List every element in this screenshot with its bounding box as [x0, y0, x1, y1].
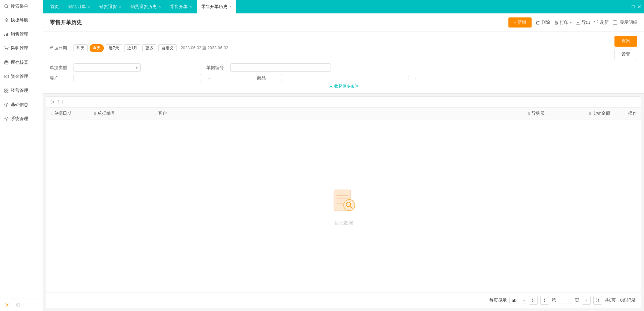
- tab-retail-open-close[interactable]: ×: [190, 5, 192, 9]
- print-button[interactable]: 打印 ▾: [554, 19, 572, 25]
- date-btn-more[interactable]: 更多: [142, 44, 156, 52]
- svg-point-8: [7, 50, 8, 50]
- date-btn-yesterday[interactable]: 昨天: [73, 44, 88, 52]
- svg-rect-15: [5, 91, 6, 92]
- per-page-select[interactable]: 10 20 50 100: [509, 297, 526, 304]
- th-amount-sort[interactable]: ⇅: [589, 112, 591, 115]
- table-settings-icon[interactable]: [50, 99, 55, 105]
- tab-retail-open[interactable]: 零售开单 ×: [165, 0, 196, 13]
- tab-sales-return-close[interactable]: ×: [119, 5, 121, 9]
- tab-sales-return-history-close[interactable]: ×: [159, 5, 161, 9]
- sys-icon: [4, 116, 9, 121]
- tab-retail-open-label: 零售开单: [170, 4, 188, 10]
- date-btn-1month[interactable]: 近1月: [124, 44, 141, 52]
- display-button[interactable]: 显示明细: [613, 19, 637, 25]
- settings-icon[interactable]: [4, 302, 9, 308]
- goods-dots[interactable]: ···: [415, 75, 419, 81]
- sidebar-item-finance[interactable]: 资金管理: [0, 69, 43, 84]
- th-date-sort[interactable]: ⇅: [50, 112, 53, 115]
- svg-point-7: [6, 50, 6, 50]
- sidebar: 搜索采单 快捷导航 销售管理 采购管理: [0, 0, 43, 311]
- refresh-button[interactable]: 刷新: [594, 19, 609, 25]
- maximize-btn[interactable]: □: [632, 4, 635, 9]
- tab-bar: 首页 销售订单 × 销货退货 × 销货退货历史 × 零售开单 × 零售开单历史 …: [43, 0, 644, 13]
- page-word: 第: [552, 297, 556, 303]
- header-actions: + 新增 删除: [508, 17, 637, 28]
- tab-retail-open-history[interactable]: 零售开单历史 ×: [197, 0, 236, 13]
- th-customer-sort[interactable]: ⇅: [154, 112, 157, 115]
- customer-label: 客户: [50, 75, 68, 81]
- svg-rect-23: [536, 22, 539, 24]
- svg-rect-14: [7, 89, 8, 90]
- sidebar-item-ops[interactable]: 经营管理: [0, 84, 43, 98]
- delete-button[interactable]: 删除: [536, 19, 550, 25]
- date-btn-7days[interactable]: 近7天: [106, 44, 122, 52]
- empty-text: 暂无数据: [334, 220, 353, 226]
- date-btn-group: 昨天 今天 近7天 近1月 更多 自定义 2023-06-02 至 2023-0…: [73, 44, 228, 52]
- last-page-btn[interactable]: ⟩⟩: [593, 296, 602, 305]
- num-input[interactable]: [230, 63, 331, 72]
- next-page-btn[interactable]: ⟩: [582, 296, 591, 305]
- date-btn-today[interactable]: 今天: [90, 44, 104, 52]
- add-button[interactable]: + 新增: [508, 17, 532, 28]
- close-btn[interactable]: ✕: [637, 4, 641, 9]
- tab-sales-return-history[interactable]: 销货退货历史 ×: [126, 0, 165, 13]
- date-btn-custom[interactable]: 自定义: [158, 44, 177, 52]
- th-num-sort[interactable]: ⇅: [94, 112, 96, 115]
- th-amount-label: 实销金额: [593, 110, 610, 116]
- page-unit: 页: [575, 297, 579, 303]
- sidebar-label-ops: 经营管理: [11, 88, 28, 94]
- filter-row-1: 单据日期 昨天 今天 近7天 近1月 更多 自定义 2023-06-02 至 2…: [50, 36, 637, 60]
- customer-input[interactable]: [73, 74, 201, 82]
- collapse-bar[interactable]: 收起更多条件: [50, 82, 637, 89]
- minimize-btn[interactable]: －: [624, 3, 629, 10]
- sidebar-item-purchase-mgmt[interactable]: 采购管理: [0, 41, 43, 55]
- sidebar-label-finance: 资金管理: [11, 73, 28, 80]
- svg-rect-11: [4, 75, 8, 78]
- sidebar-item-sys-mgmt[interactable]: 系统管理: [0, 112, 43, 126]
- empty-illustration: [327, 186, 360, 216]
- goods-input[interactable]: [281, 74, 408, 82]
- svg-point-0: [5, 5, 8, 8]
- table-area: ⇅ 单据日期 ⇅ 单据编号 ⇅ 客户 ⇅ 导购员 ⇅ 实销金额: [46, 96, 641, 308]
- svg-rect-6: [7, 33, 8, 36]
- customer-dots[interactable]: ···: [208, 75, 211, 81]
- collapse-sidebar-icon[interactable]: [15, 302, 20, 308]
- svg-rect-29: [555, 23, 557, 23]
- query-button[interactable]: 查询: [614, 36, 637, 47]
- svg-point-21: [6, 304, 8, 306]
- tab-home[interactable]: 首页: [46, 0, 64, 13]
- export-label: 导出: [582, 19, 590, 25]
- print-icon: [554, 20, 558, 25]
- table-header: ⇅ 单据日期 ⇅ 单据编号 ⇅ 客户 ⇅ 导购员 ⇅ 实销金额: [46, 108, 641, 119]
- filter-row-customer: 客户 ··· 商品 ···: [50, 74, 637, 82]
- tab-retail-open-history-close[interactable]: ×: [230, 5, 232, 9]
- home-icon: [4, 18, 9, 22]
- th-guide-sort[interactable]: ⇅: [528, 112, 530, 115]
- sidebar-item-basic-info[interactable]: 基础信息: [0, 98, 43, 112]
- sidebar-search[interactable]: 搜索采单: [0, 0, 43, 13]
- sidebar-item-sales-mgmt[interactable]: 销售管理: [0, 27, 43, 41]
- sidebar-item-inventory[interactable]: 库存核算: [0, 55, 43, 69]
- display-checkbox[interactable]: [613, 20, 617, 25]
- collapse-label: 收起更多条件: [334, 84, 358, 89]
- first-page-btn[interactable]: ⟨⟨: [529, 296, 538, 305]
- empty-state: 暂无数据: [46, 119, 641, 292]
- tab-retail-open-history-label: 零售开单历史: [201, 4, 228, 10]
- tab-sales-order-close[interactable]: ×: [88, 5, 90, 9]
- select-all-checkbox[interactable]: [58, 100, 62, 104]
- prev-page-btn[interactable]: ⟨: [540, 296, 549, 305]
- set-button[interactable]: 设置: [614, 49, 637, 60]
- box-icon: [4, 60, 9, 65]
- tab-sales-return[interactable]: 销货退货 ×: [95, 0, 126, 13]
- svg-point-36: [344, 199, 355, 210]
- export-button[interactable]: 导出: [576, 19, 590, 25]
- tab-sales-order[interactable]: 销售订单 ×: [64, 0, 95, 13]
- svg-rect-4: [4, 35, 5, 36]
- page-input[interactable]: 1: [559, 297, 572, 304]
- type-select[interactable]: [73, 63, 141, 72]
- page-content: 零售开单历史 + 新增 删除: [43, 13, 644, 311]
- type-select-wrapper: [73, 63, 141, 72]
- delete-icon: [536, 20, 540, 25]
- sidebar-item-quick-nav[interactable]: 快捷导航: [0, 13, 43, 27]
